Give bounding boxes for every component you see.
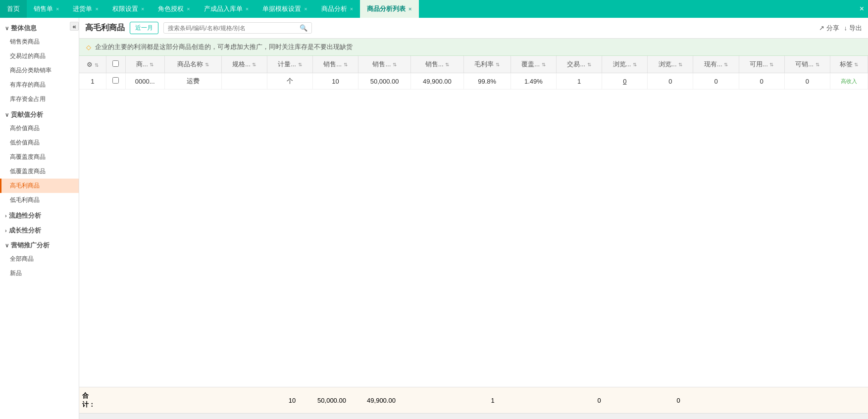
nav-close-销售单[interactable]: × bbox=[56, 6, 59, 12]
col-header-gross_margin[interactable]: 毛利率 ⇅ bbox=[463, 56, 511, 73]
sidebar-item-交易过的商品[interactable]: 交易过的商品 bbox=[0, 49, 79, 63]
nav-close-商品分析列表[interactable]: × bbox=[408, 6, 411, 12]
footer-cell-6: 10 bbox=[277, 397, 307, 404]
nav-close-进货单[interactable]: × bbox=[95, 6, 98, 12]
sidebar-group-title-整体信息[interactable]: ∨整体信息 bbox=[0, 20, 79, 35]
horizontal-scrollbar[interactable] bbox=[79, 413, 868, 419]
col-header-unit[interactable]: 计量... ⇅ bbox=[267, 56, 312, 73]
close-all-button[interactable]: × bbox=[860, 4, 864, 13]
nav-item-角色授权[interactable]: 角色授权× bbox=[151, 0, 197, 18]
nav-close-单据模板设置[interactable]: × bbox=[304, 6, 307, 12]
sidebar-item-有库存的商品[interactable]: 有库存的商品 bbox=[0, 78, 79, 92]
export-button[interactable]: ↓ 导出 bbox=[844, 24, 863, 33]
cell-checkbox[interactable] bbox=[106, 73, 125, 90]
sidebar-group-arrow: ∨ bbox=[5, 242, 9, 249]
page-title: 高毛利商品 bbox=[85, 23, 125, 33]
main-layout: « ∨整体信息销售类商品交易过的商品商品分类助销率有库存的商品库存资金占用∨贡献… bbox=[0, 18, 868, 419]
col-header-browse1[interactable]: 浏览... ⇅ bbox=[602, 56, 648, 73]
sidebar-item-高覆盖度商品[interactable]: 高覆盖度商品 bbox=[0, 150, 79, 164]
sort-icon: ⇅ bbox=[496, 62, 500, 67]
table-footer: 合计：1050,000.0049,900.00100 bbox=[79, 387, 868, 413]
sidebar-group-流趋性分析: ›流趋性分析 bbox=[0, 207, 79, 222]
nav-item-销售单[interactable]: 销售单× bbox=[27, 0, 66, 18]
col-header-name[interactable]: 商品名称 ⇅ bbox=[164, 56, 221, 73]
col-header-sellable[interactable]: 可销... ⇅ bbox=[784, 56, 830, 73]
content-area: 高毛利商品 近一月 🔍 ↗ 分享 ↓ 导出 ◇ 企业的主要的利润都是这部分商品创… bbox=[79, 18, 868, 419]
col-header-current_stock[interactable]: 现有... ⇅ bbox=[693, 56, 739, 73]
footer-cell-11: 1 bbox=[475, 397, 510, 404]
nav-item-商品分析列表[interactable]: 商品分析列表× bbox=[360, 0, 418, 18]
sidebar-item-高价值商品[interactable]: 高价值商品 bbox=[0, 121, 79, 136]
col-header-settings[interactable]: ⚙ ⇅ bbox=[79, 56, 106, 73]
sidebar-item-低毛利商品[interactable]: 低毛利商品 bbox=[0, 193, 79, 207]
nav-item-进货单[interactable]: 进货单× bbox=[66, 0, 105, 18]
nav-item-产成品入库单[interactable]: 产成品入库单× bbox=[197, 0, 255, 18]
col-header-available_stock[interactable]: 可用... ⇅ bbox=[739, 56, 784, 73]
sidebar-group-title-营销推广分析[interactable]: ∨营销推广分析 bbox=[0, 237, 79, 252]
sidebar-item-库存资金占用[interactable]: 库存资金占用 bbox=[0, 92, 79, 106]
nav-close-产成品入库单[interactable]: × bbox=[246, 6, 249, 12]
col-header-transaction[interactable]: 交易... ⇅ bbox=[557, 56, 602, 73]
nav-close-商品分析[interactable]: × bbox=[350, 6, 353, 12]
info-banner: ◇ 企业的主要的利润都是这部分商品创造的，可考虑加大推广，同时关注库存是不要出现… bbox=[79, 39, 868, 56]
sidebar-group-arrow: ∨ bbox=[5, 25, 9, 32]
sidebar-item-全部商品[interactable]: 全部商品 bbox=[0, 252, 79, 266]
sort-icon: ⇅ bbox=[816, 62, 819, 67]
sidebar-group-arrow: ∨ bbox=[5, 112, 9, 118]
cell-gross_margin: 99.8% bbox=[463, 73, 511, 90]
sidebar-item-商品分类助销率[interactable]: 商品分类助销率 bbox=[0, 63, 79, 78]
filter-month-button[interactable]: 近一月 bbox=[130, 22, 158, 34]
nav-item-权限设置[interactable]: 权限设置× bbox=[105, 0, 151, 18]
col-header-sales_amount[interactable]: 销售... ⇅ bbox=[358, 56, 411, 73]
sort-icon: ⇅ bbox=[445, 62, 449, 67]
row-checkbox[interactable] bbox=[112, 77, 119, 84]
nav-close-角色授权[interactable]: × bbox=[187, 6, 190, 12]
cell-browse2: 0 bbox=[648, 73, 693, 90]
sidebar-group-title-成长性分析[interactable]: ›成长性分析 bbox=[0, 222, 79, 237]
sort-icon: ⇅ bbox=[205, 62, 209, 67]
col-header-tag[interactable]: 标签 ⇅ bbox=[830, 56, 868, 73]
sort-icon: ⇅ bbox=[854, 62, 858, 67]
sidebar-item-低覆盖度商品[interactable]: 低覆盖度商品 bbox=[0, 164, 79, 179]
sidebar-group-贡献值分析: ∨贡献值分析高价值商品低价值商品高覆盖度商品低覆盖度商品高毛利商品低毛利商品 bbox=[0, 106, 79, 207]
sort-icon: ⇅ bbox=[150, 62, 153, 67]
sidebar-item-新品[interactable]: 新品 bbox=[0, 266, 79, 280]
sort-icon: ⇅ bbox=[344, 62, 348, 67]
col-header-browse2[interactable]: 浏览... ⇅ bbox=[648, 56, 693, 73]
header-actions: ↗ 分享 ↓ 导出 bbox=[819, 24, 863, 33]
nav-item-单据模板设置[interactable]: 单据模板设置× bbox=[255, 0, 314, 18]
cell-browse1[interactable]: 0 bbox=[602, 73, 648, 90]
col-header-coverage[interactable]: 覆盖... ⇅ bbox=[511, 56, 556, 73]
col-header-checkbox[interactable] bbox=[106, 56, 125, 73]
nav-item-首页[interactable]: 首页 bbox=[0, 0, 27, 18]
sidebar-item-高毛利商品[interactable]: 高毛利商品 bbox=[0, 179, 79, 193]
cell-sales_qty: 10 bbox=[312, 73, 358, 90]
cell-tag: 高收入 bbox=[830, 73, 868, 90]
sidebar-group-title-流趋性分析[interactable]: ›流趋性分析 bbox=[0, 207, 79, 222]
col-header-sku[interactable]: 商... ⇅ bbox=[125, 56, 164, 73]
sidebar-collapse-button[interactable]: « bbox=[70, 22, 79, 31]
nav-close-权限设置[interactable]: × bbox=[141, 6, 144, 12]
data-table: ⚙ ⇅商... ⇅商品名称 ⇅规格... ⇅计量... ⇅销售... ⇅销售..… bbox=[79, 56, 868, 90]
sidebar-item-销售类商品[interactable]: 销售类商品 bbox=[0, 35, 79, 49]
sort-icon: ⇅ bbox=[95, 62, 99, 68]
search-icon[interactable]: 🔍 bbox=[300, 24, 307, 32]
col-header-sales_qty[interactable]: 销售... ⇅ bbox=[312, 56, 358, 73]
footer-cell-14: 0 bbox=[579, 397, 619, 404]
info-icon: ◇ bbox=[86, 44, 91, 51]
cell-available_stock: 0 bbox=[739, 73, 784, 90]
select-all-checkbox[interactable] bbox=[112, 60, 119, 67]
sort-icon: ⇅ bbox=[724, 62, 728, 67]
sort-icon: ⇅ bbox=[587, 62, 591, 67]
info-text: 企业的主要的利润都是这部分商品创造的，可考虑加大推广，同时关注库存是不要出现缺货 bbox=[95, 43, 353, 51]
share-button[interactable]: ↗ 分享 bbox=[819, 24, 839, 33]
browse1-link[interactable]: 0 bbox=[623, 78, 626, 85]
sidebar-group-title-贡献值分析[interactable]: ∨贡献值分析 bbox=[0, 106, 79, 121]
sidebar-group-营销推广分析: ∨营销推广分析全部商品新品 bbox=[0, 237, 79, 280]
search-input[interactable] bbox=[168, 25, 300, 32]
nav-item-商品分析[interactable]: 商品分析× bbox=[314, 0, 360, 18]
table-container[interactable]: ⚙ ⇅商... ⇅商品名称 ⇅规格... ⇅计量... ⇅销售... ⇅销售..… bbox=[79, 56, 868, 387]
sidebar-item-低价值商品[interactable]: 低价值商品 bbox=[0, 136, 79, 150]
col-header-sales_cost[interactable]: 销售... ⇅ bbox=[411, 56, 463, 73]
col-header-spec[interactable]: 规格... ⇅ bbox=[221, 56, 267, 73]
